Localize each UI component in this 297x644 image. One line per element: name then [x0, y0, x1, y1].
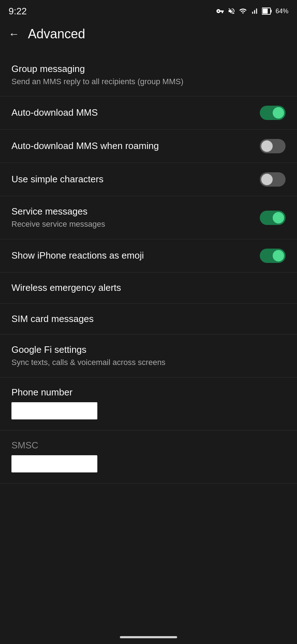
toggle-knob: [261, 140, 273, 152]
settings-item-show-iphone-reactions[interactable]: Show iPhone reactions as emoji: [0, 239, 297, 273]
settings-item-sim-card-messages[interactable]: SIM card messages: [0, 304, 297, 335]
toggle-container: [260, 106, 286, 120]
settings-item-content: Google Fi settings Sync texts, calls & v…: [11, 344, 286, 367]
phone-number-section: Phone number: [0, 378, 297, 431]
settings-item-content: Wireless emergency alerts: [11, 282, 286, 294]
toggle-show-iphone-reactions[interactable]: [260, 249, 286, 263]
settings-item-title: Use simple characters: [11, 173, 254, 186]
key-icon: [216, 7, 224, 15]
toggle-knob: [273, 107, 284, 119]
toggle-knob: [273, 250, 284, 261]
toggle-knob: [273, 212, 284, 224]
battery-percent: 64%: [276, 8, 288, 15]
settings-item-title: Auto-download MMS when roaming: [11, 140, 254, 152]
settings-item-content: Use simple characters: [11, 173, 254, 186]
wifi-icon: [239, 7, 247, 15]
settings-item-auto-download-mms-roaming[interactable]: Auto-download MMS when roaming: [0, 130, 297, 163]
toggle-knob: [261, 174, 273, 185]
settings-item-content: SIM card messages: [11, 313, 286, 325]
toggle-container: [260, 172, 286, 187]
settings-item-google-fi-settings[interactable]: Google Fi settings Sync texts, calls & v…: [0, 335, 297, 377]
toggle-auto-download-mms[interactable]: [260, 106, 286, 120]
status-bar: 9:22: [0, 0, 297, 20]
toggle-use-simple-characters[interactable]: [260, 172, 286, 187]
settings-item-title: Google Fi settings: [11, 344, 286, 356]
phone-number-input[interactable]: [11, 402, 97, 419]
signal-icon: [250, 7, 258, 15]
settings-list: Group messaging Send an MMS reply to all…: [0, 54, 297, 484]
settings-item-auto-download-mms[interactable]: Auto-download MMS: [0, 96, 297, 130]
settings-item-content: Group messaging Send an MMS reply to all…: [11, 63, 286, 87]
phone-number-label: Phone number: [11, 387, 286, 398]
svg-rect-2: [263, 9, 268, 14]
page-title: Advanced: [28, 27, 85, 42]
settings-item-service-messages[interactable]: Service messages Receive service message…: [0, 196, 297, 239]
toggle-container: [260, 249, 286, 263]
settings-item-title: Wireless emergency alerts: [11, 282, 286, 294]
smsc-input[interactable]: [11, 455, 97, 472]
settings-item-title: Service messages: [11, 206, 254, 218]
back-button[interactable]: ←: [9, 29, 19, 39]
settings-item-subtitle: Send an MMS reply to all recipients (gro…: [11, 77, 286, 87]
home-indicator: [120, 636, 177, 638]
toggle-service-messages[interactable]: [260, 211, 286, 225]
settings-item-subtitle: Sync texts, calls & voicemail across scr…: [11, 357, 286, 368]
toolbar: ← Advanced: [0, 20, 297, 48]
toggle-auto-download-mms-roaming[interactable]: [260, 139, 286, 153]
settings-item-content: Auto-download MMS when roaming: [11, 140, 254, 152]
settings-item-title: Auto-download MMS: [11, 107, 254, 119]
smsc-section: SMSC: [0, 431, 297, 484]
settings-item-content: Show iPhone reactions as emoji: [11, 250, 254, 262]
settings-item-wireless-emergency-alerts[interactable]: Wireless emergency alerts: [0, 273, 297, 304]
toggle-container: [260, 139, 286, 153]
settings-item-title: SIM card messages: [11, 313, 286, 325]
settings-item-use-simple-characters[interactable]: Use simple characters: [0, 163, 297, 196]
svg-rect-1: [271, 10, 272, 13]
settings-item-content: Service messages Receive service message…: [11, 206, 254, 229]
status-time: 9:22: [9, 6, 27, 17]
status-icons: 64%: [216, 7, 288, 15]
settings-item-subtitle: Receive service messages: [11, 219, 254, 230]
smsc-label: SMSC: [11, 440, 286, 451]
settings-item-content: Auto-download MMS: [11, 107, 254, 119]
mute-icon: [228, 7, 235, 15]
settings-item-title: Group messaging: [11, 63, 286, 75]
settings-item-title: Show iPhone reactions as emoji: [11, 250, 254, 262]
toggle-container: [260, 211, 286, 225]
battery-icon: [262, 7, 272, 15]
settings-item-group-messaging[interactable]: Group messaging Send an MMS reply to all…: [0, 54, 297, 96]
